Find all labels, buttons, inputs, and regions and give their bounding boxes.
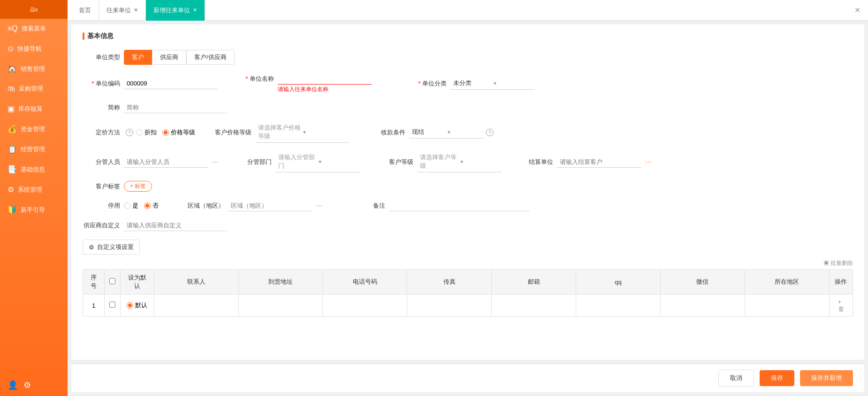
sidebar-item-tutorial[interactable]: 🔰 新手引导	[0, 200, 68, 220]
sidebar-item-base-info[interactable]: 📑 基础信息	[0, 159, 68, 179]
sidebar-user-icon[interactable]: 👤	[8, 380, 18, 390]
save-new-button[interactable]: 保存并新增	[800, 370, 853, 386]
address-input[interactable]	[244, 302, 318, 309]
row-add-icon[interactable]: +	[838, 298, 842, 305]
email-input[interactable]	[496, 302, 571, 309]
row-wechat[interactable]	[661, 295, 745, 317]
region-more-btn[interactable]: ···	[314, 202, 324, 210]
sales-icon: 🏠	[8, 64, 17, 73]
qq-input[interactable]	[581, 302, 655, 309]
save-button[interactable]: 保存	[760, 370, 794, 386]
region-label: 区域（地区）	[187, 202, 224, 210]
pricing-discount-radio[interactable]	[136, 129, 143, 136]
customer-price-level-placeholder: 请选择客户价格等级	[258, 124, 302, 140]
tab-home[interactable]: 首页	[71, 0, 99, 21]
supplier-custom-label: 供应商自定义	[83, 221, 120, 230]
disable-yes-label: 是	[132, 202, 138, 210]
row-email[interactable]	[492, 295, 576, 317]
sidebar-item-sys-mgmt[interactable]: ⚙ 系统管理	[0, 179, 68, 200]
cancel-button[interactable]: 取消	[718, 370, 754, 387]
sys-mgmt-icon: ⚙	[8, 185, 14, 194]
row-default: 默认	[121, 295, 154, 317]
row-contact[interactable]	[154, 295, 238, 317]
row-region-input[interactable]	[750, 302, 824, 309]
row-delete-icon[interactable]: 🗑	[838, 305, 844, 312]
contact-input[interactable]	[159, 302, 234, 309]
unit-code-input[interactable]	[124, 78, 218, 89]
sidebar-item-quick-nav[interactable]: ⊙ 快捷导航	[0, 39, 68, 59]
pricing-level-radio[interactable]	[162, 129, 169, 136]
type-btn-group: 客户 供应商 客户/供应商	[124, 50, 235, 65]
default-radio[interactable]	[127, 302, 133, 309]
disable-yes-option[interactable]: 是	[124, 202, 138, 210]
fax-input[interactable]	[412, 302, 487, 309]
customer-level-select[interactable]: 请选择客户等级 ▼	[417, 151, 502, 172]
sidebar-item-operations[interactable]: 📋 经营管理	[0, 139, 68, 159]
tab-trade-units[interactable]: 往来单位 ✕	[99, 0, 146, 21]
manager-input[interactable]	[124, 156, 208, 168]
select-all-checkbox[interactable]	[109, 278, 115, 284]
pricing-discount-option[interactable]: 折扣	[136, 128, 157, 137]
row-phone[interactable]	[323, 295, 407, 317]
sidebar-item-inventory[interactable]: ▣ 库存核算	[0, 99, 68, 119]
unit-category-select[interactable]: 未分类 ▼	[450, 77, 535, 90]
type-btn-both[interactable]: 客户/供应商	[186, 50, 235, 65]
sidebar-settings-icon[interactable]: ⚙	[23, 380, 31, 390]
type-btn-supplier[interactable]: 供应商	[152, 50, 186, 65]
section-bar	[83, 32, 84, 40]
batch-delete-label[interactable]: 批量删除	[830, 260, 853, 266]
sidebar-item-finance[interactable]: 💰 资金管理	[0, 119, 68, 139]
customer-level-arrow: ▼	[459, 159, 499, 164]
row-checkbox[interactable]	[109, 302, 115, 308]
close-all-tabs[interactable]: ✕	[854, 6, 860, 15]
short-name-label: 简称	[83, 103, 120, 112]
disable-yes-radio[interactable]	[124, 202, 130, 209]
tab-new-trade-unit[interactable]: 新增往来单位 ✕	[146, 0, 205, 21]
sidebar-item-sales[interactable]: 🏠 销售管理	[0, 59, 68, 79]
settlement-unit-input[interactable]	[557, 156, 641, 168]
unit-category-arrow: ▼	[493, 81, 532, 86]
row-fax[interactable]	[407, 295, 492, 317]
sidebar-item-purchase[interactable]: 🛍 采购管理	[0, 79, 68, 99]
col-action: 操作	[829, 270, 853, 295]
row-qq[interactable]	[576, 295, 661, 317]
type-btn-customer[interactable]: 客户	[124, 50, 152, 65]
col-contact: 联系人	[154, 270, 238, 295]
customer-price-level-select[interactable]: 请选择客户价格等级 ▼	[255, 122, 349, 143]
row-region[interactable]	[745, 295, 829, 317]
sidebar: 品s ≡Q 搜索菜单 ⊙ 快捷导航 🏠 销售管理 🛍 采购管理 ▣ 库存核算 💰…	[0, 0, 68, 396]
pricing-level-option[interactable]: 价格等级	[162, 128, 195, 137]
pricing-help-icon[interactable]: ?	[126, 129, 133, 136]
department-select[interactable]: 请输入分管部门 ▼	[275, 151, 360, 172]
phone-input[interactable]	[327, 302, 402, 309]
remark-input[interactable]	[389, 200, 530, 211]
unit-category-value: 未分类	[453, 79, 493, 87]
disable-no-option[interactable]: 否	[144, 202, 159, 210]
section-title-text: 基本信息	[87, 32, 114, 40]
col-phone: 电话号码	[323, 270, 407, 295]
unit-name-input[interactable]	[278, 73, 372, 85]
table-header-row: 序号 设为默认 联系人 到货地址 电话号码 传真 邮箱 qq 微信 所在地区 操…	[83, 270, 853, 295]
settlement-more-btn[interactable]: ···	[643, 158, 653, 166]
tab-trade-units-close[interactable]: ✕	[134, 7, 138, 13]
add-tag-button[interactable]: + 标签	[124, 181, 152, 192]
sidebar-item-search[interactable]: ≡Q 搜索菜单	[0, 19, 68, 39]
custom-settings-button[interactable]: ⚙ 自定义项设置	[83, 240, 140, 255]
payment-terms-label: 收款条件	[368, 128, 405, 137]
row-address[interactable]	[238, 295, 323, 317]
table-row: 1 默认	[83, 295, 853, 317]
payment-help-icon[interactable]: ?	[486, 129, 494, 136]
operations-icon: 📋	[8, 145, 17, 154]
manager-more-btn[interactable]: ···	[210, 158, 220, 166]
col-check	[105, 270, 121, 295]
short-name-input[interactable]	[124, 102, 227, 113]
settlement-unit-label: 结算单位	[516, 158, 553, 166]
tab-new-trade-unit-close[interactable]: ✕	[193, 7, 197, 13]
wechat-input[interactable]	[665, 302, 740, 309]
supplier-custom-input[interactable]	[124, 220, 227, 231]
disable-no-radio[interactable]	[144, 202, 151, 209]
region-input[interactable]	[228, 200, 312, 211]
payment-terms-select[interactable]: 现结 ▼	[409, 126, 484, 139]
payment-terms-value: 现结	[412, 128, 447, 136]
default-radio-item[interactable]: 默认	[125, 301, 149, 310]
